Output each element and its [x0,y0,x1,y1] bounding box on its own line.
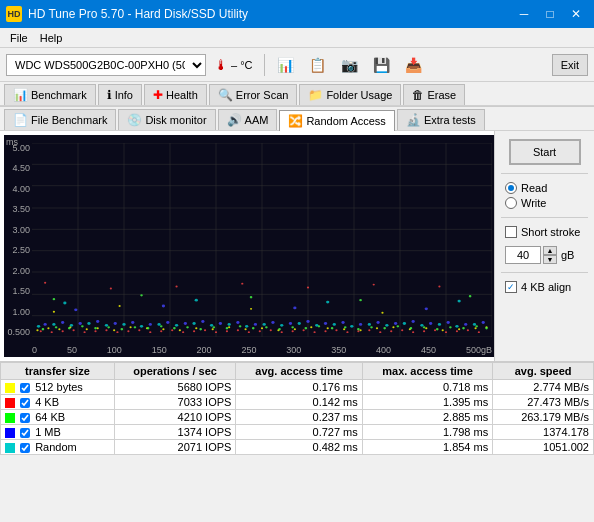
svg-point-115 [212,326,215,328]
svg-point-37 [294,328,296,330]
start-button[interactable]: Start [509,139,581,165]
svg-point-80 [324,330,326,332]
cell-max-access-4: 1.854 ms [362,440,492,455]
svg-point-38 [310,326,312,328]
toolbar-btn-2[interactable]: 📋 [304,52,332,78]
cell-avg-speed-4: 1051.002 [493,440,594,455]
tab-health[interactable]: ✚ Health [144,84,207,105]
tab-erase-label: Erase [427,89,456,101]
svg-point-69 [204,329,206,331]
svg-point-78 [303,329,305,331]
svg-point-61 [116,331,118,333]
tab-disk-monitor[interactable]: 💿 Disk monitor [118,109,215,130]
y-axis-labels: 5.00 4.50 4.00 3.50 3.00 2.50 2.00 1.50 … [4,143,32,337]
svg-point-146 [114,322,117,325]
svg-point-189 [333,323,336,326]
cell-label-4: Random [1,440,115,455]
svg-point-176 [105,324,108,327]
svg-point-137 [53,298,56,300]
spinner-input[interactable] [505,246,541,264]
tab-error-scan[interactable]: 🔍 Error Scan [209,84,298,105]
checkbox-short-stroke-label: Short stroke [521,226,580,238]
svg-point-187 [298,322,301,325]
x-label-7: 350 [331,345,346,355]
svg-point-92 [456,330,458,332]
svg-point-27 [129,326,131,328]
exit-button[interactable]: Exit [552,54,588,76]
minimize-button[interactable]: ─ [512,5,536,23]
maximize-button[interactable]: □ [538,5,562,23]
x-label-4: 200 [197,345,212,355]
tab-benchmark[interactable]: 📊 Benchmark [4,84,96,105]
toolbar-btn-1[interactable]: 📊 [272,52,300,78]
svg-point-199 [195,299,198,302]
svg-point-87 [401,329,403,331]
toolbar: WDC WDS500G2B0C-00PXH0 (500 gB) 🌡 – °C 📊… [0,48,594,82]
row-checkbox-1[interactable] [20,398,30,408]
title-bar: HD HD Tune Pro 5.70 - Hard Disk/SSD Util… [0,0,594,28]
radio-read[interactable]: Read [505,182,588,194]
cell-avg-access-3: 0.727 ms [236,425,362,440]
toolbar-btn-5[interactable]: 📥 [400,52,428,78]
svg-point-134 [462,327,465,329]
radio-read-circle [505,182,517,194]
spinner-up[interactable]: ▲ [543,246,557,255]
y-label-9: 0.500 [7,327,30,337]
svg-point-171 [425,307,428,310]
tab-extra-tests[interactable]: 🔬 Extra tests [397,109,485,130]
radio-write-label: Write [521,197,546,209]
row-checkbox-3[interactable] [20,428,30,438]
svg-point-190 [350,325,353,328]
svg-point-68 [193,330,195,332]
svg-point-96 [110,288,112,290]
svg-point-74 [259,330,261,332]
benchmark-icon: 📊 [13,88,28,102]
checkbox-short-stroke[interactable]: Short stroke [505,226,588,238]
tab-folder-usage[interactable]: 📁 Folder Usage [299,84,401,105]
close-button[interactable]: ✕ [564,5,588,23]
menu-help[interactable]: Help [34,31,69,45]
tab-folder-usage-label: Folder Usage [326,89,392,101]
y-label-0: 5.00 [12,143,30,153]
svg-point-184 [245,325,248,328]
svg-point-109 [134,326,137,328]
cell-avg-speed-0: 2.774 MB/s [493,380,594,395]
y-label-6: 2.00 [12,266,30,276]
extra-tests-icon: 🔬 [406,113,421,127]
window-controls: ─ □ ✕ [512,5,588,23]
toolbar-btn-3[interactable]: 📷 [336,52,364,78]
tab-error-scan-label: Error Scan [236,89,289,101]
svg-point-116 [226,327,229,329]
menu-file[interactable]: File [4,31,34,45]
svg-point-24 [86,328,88,330]
svg-point-192 [385,324,388,327]
tab-erase[interactable]: 🗑 Erase [403,84,465,105]
random-access-icon: 🔀 [288,114,303,128]
row-checkbox-2[interactable] [20,413,30,423]
svg-point-111 [160,325,163,327]
tab-info[interactable]: ℹ Info [98,84,142,105]
svg-point-45 [425,327,427,329]
tab-random-access[interactable]: 🔀 Random Access [279,110,394,131]
radio-write[interactable]: Write [505,197,588,209]
erase-icon: 🗑 [412,88,424,102]
chart-svg [32,143,492,337]
row-label-3: 1 MB [35,426,61,438]
table-wrapper: transfer size operations / sec avg. acce… [0,361,594,455]
tab-aam[interactable]: 🔊 AAM [218,109,278,130]
svg-point-153 [236,321,239,324]
svg-point-103 [55,326,58,328]
spinner-down[interactable]: ▼ [543,255,557,264]
toolbar-btn-4[interactable]: 💾 [368,52,396,78]
col-avg-speed: avg. speed [493,363,594,380]
tab-file-benchmark[interactable]: 📄 File Benchmark [4,109,116,130]
row-color-0 [5,383,15,393]
svg-point-191 [368,323,371,326]
row-label-0: 512 bytes [35,381,83,393]
cell-avg-access-2: 0.237 ms [236,410,362,425]
x-label-3: 150 [152,345,167,355]
row-checkbox-0[interactable] [20,383,30,393]
checkbox-kb-align[interactable]: 4 KB align [505,281,588,293]
drive-select[interactable]: WDC WDS500G2B0C-00PXH0 (500 gB) [6,54,206,76]
row-checkbox-4[interactable] [20,443,30,453]
